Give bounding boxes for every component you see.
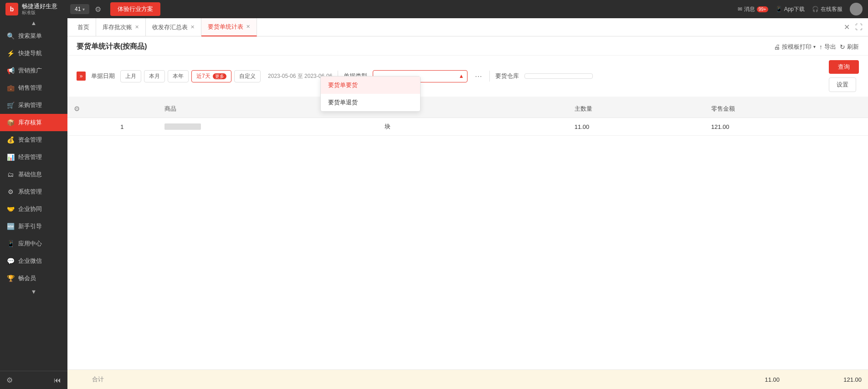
more-badge: 更多 (213, 73, 226, 79)
avatar[interactable] (850, 3, 863, 15)
sidebar-item-label: 资金管理 (18, 136, 42, 144)
headset-icon: 🎧 (812, 6, 819, 12)
top-bar: b 畅捷通好生意 标准版 41 ▾ ⚙ 体验行业方案 ✉ 消息 99+ 📱 Ap… (0, 0, 868, 18)
sidebar-scroll-down[interactable]: ▼ (0, 287, 67, 296)
wechat-icon: 💬 (6, 257, 15, 265)
settings-bottom-icon[interactable]: ⚙ (6, 376, 13, 384)
message-action[interactable]: ✉ 消息 99+ (738, 5, 768, 13)
td-product (158, 118, 379, 136)
filter-bar: » 单据日期 上月 本月 本年 近7天 更多 自定义 (67, 55, 868, 97)
tab-close-icon[interactable]: ✕ (135, 24, 139, 30)
app-version: 标准版 (22, 10, 57, 15)
sidebar-item-finance[interactable]: 💰 资金管理 (0, 131, 67, 148)
sidebar-item-wechat[interactable]: 💬 企业微信 (0, 252, 67, 270)
online-service-label: 在线客服 (821, 5, 842, 13)
tab-inventory-batch[interactable]: 库存批次账 ✕ (96, 18, 146, 36)
marketing-icon: 📢 (6, 67, 15, 75)
sidebar-item-label: 营销推广 (18, 67, 42, 75)
app-wrapper: b 畅捷通好生意 标准版 41 ▾ ⚙ 体验行业方案 ✉ 消息 99+ 📱 Ap… (0, 0, 868, 389)
td-amount: 121.00 (705, 118, 868, 136)
date-label: 单据日期 (91, 72, 115, 80)
top-bar-left: b 畅捷通好生意 标准版 41 ▾ ⚙ 体验行业方案 (5, 2, 738, 16)
inventory-icon: 📦 (6, 118, 15, 127)
data-table: ⚙ 商品 主计量单位 主数量 零售金额 1 (67, 100, 868, 136)
search-icon: 🔍 (6, 32, 15, 40)
app-download-action[interactable]: 📱 App下载 (776, 5, 805, 13)
sidebar-item-label: 应用中心 (18, 240, 42, 248)
tab-expand-button[interactable]: ✕ (842, 22, 852, 32)
date-btn-last-month[interactable]: 上月 (120, 70, 141, 82)
tab-receivable-summary[interactable]: 收发存汇总表 ✕ (146, 18, 201, 36)
table-footer: 合计 11.00 121.00 (67, 369, 868, 389)
sidebar-item-search[interactable]: 🔍 搜索菜单 (0, 27, 67, 45)
trial-button[interactable]: 体验行业方案 (110, 2, 160, 16)
dropdown-item-return[interactable]: 要货单退货 (321, 94, 420, 111)
sidebar-item-marketing[interactable]: 📢 营销推广 (0, 62, 67, 79)
refresh-button[interactable]: ↻ 刷新 (840, 43, 859, 51)
th-amount: 零售金额 (705, 100, 868, 118)
tab-close-icon[interactable]: ✕ (190, 24, 195, 30)
main-area: ▲ 🔍 搜索菜单 ⚡ 快捷导航 📢 营销推广 💼 销售管理 🛒 采购管理 (0, 18, 868, 389)
type-more-btn[interactable]: ⋯ (473, 70, 484, 82)
tab-label: 库存批次账 (103, 23, 132, 31)
th-quantity: 主数量 (568, 100, 705, 118)
message-badge: 99+ (757, 6, 768, 12)
column-settings-icon[interactable]: ⚙ (74, 105, 80, 113)
online-service-action[interactable]: 🎧 在线客服 (812, 5, 842, 13)
tab-expand-area: ✕ ⛶ (842, 22, 864, 32)
sidebar-item-label: 搜索菜单 (18, 32, 42, 40)
sidebar-item-operations[interactable]: 📊 经营管理 (0, 148, 67, 166)
sidebar-item-guide[interactable]: 🆕 新手引导 (0, 218, 67, 235)
finance-icon: 💰 (6, 136, 15, 144)
tab-home[interactable]: 首页 (71, 18, 96, 36)
export-label: 导出 (824, 43, 836, 51)
filter-expand-toggle[interactable]: » (77, 72, 86, 81)
store-selector[interactable]: 41 ▾ (70, 4, 89, 14)
tab-close-icon[interactable]: ✕ (246, 24, 250, 30)
custom-date-btn[interactable]: 自定义 (234, 70, 261, 82)
tab-bar: 首页 库存批次账 ✕ 收发存汇总表 ✕ 要货单统计表 ✕ ✕ ⛶ (67, 18, 868, 36)
filter-bar-wrapper: » 单据日期 上月 本月 本年 近7天 更多 自定义 (67, 55, 868, 97)
sidebar-item-label: 系统管理 (18, 188, 42, 196)
sidebar-item-inventory[interactable]: 📦 库存核算 (0, 114, 67, 131)
sidebar-item-sales[interactable]: 💼 销售管理 (0, 79, 67, 97)
export-icon: ↑ (819, 43, 822, 51)
table-row: 1 块 11.00 121.00 (67, 118, 868, 136)
tab-requisition-stats[interactable]: 要货单统计表 ✕ (201, 18, 257, 36)
print-button[interactable]: 🖨 按模板打印 ▾ (774, 43, 816, 51)
set-button[interactable]: 设置 (829, 77, 856, 92)
enterprise-icon: 🤝 (6, 205, 15, 213)
member-icon: 🏆 (6, 274, 15, 282)
date-btn-last-7-days[interactable]: 近7天 更多 (191, 70, 231, 82)
sidebar-item-label: 基础信息 (18, 170, 42, 179)
warehouse-select[interactable] (524, 73, 593, 79)
th-settings: ⚙ (67, 100, 86, 118)
table-body: 1 块 11.00 121.00 (67, 118, 868, 136)
export-button[interactable]: ↑ 导出 (819, 43, 836, 51)
product-name-blurred (164, 123, 201, 130)
table-area: ⚙ 商品 主计量单位 主数量 零售金额 1 (67, 100, 868, 369)
print-dropdown-icon: ▾ (813, 44, 816, 49)
sidebar-scroll-up[interactable]: ▲ (0, 18, 67, 27)
header-actions: 🖨 按模板打印 ▾ ↑ 导出 ↻ 刷新 (774, 43, 859, 51)
sidebar-item-enterprise[interactable]: 🤝 企业协同 (0, 200, 67, 218)
query-button[interactable]: 查询 (829, 60, 859, 74)
tab-fullscreen-button[interactable]: ⛶ (853, 22, 864, 32)
date-btn-this-month[interactable]: 本月 (144, 70, 165, 82)
sales-icon: 💼 (6, 84, 15, 92)
print-icon: 🖨 (774, 43, 780, 51)
dropdown-item-requisition[interactable]: 要货单要货 (321, 77, 420, 94)
type-select-arrow-up[interactable]: ▲ (459, 73, 464, 79)
sidebar-item-label: 采购管理 (18, 101, 42, 109)
sidebar-item-basics[interactable]: 🗂 基础信息 (0, 166, 67, 183)
sidebar-item-system[interactable]: ⚙ 系统管理 (0, 183, 67, 200)
td-unit: 块 (378, 118, 568, 136)
sidebar-item-purchase[interactable]: 🛒 采购管理 (0, 97, 67, 114)
sidebar-item-quick-nav[interactable]: ⚡ 快捷导航 (0, 45, 67, 62)
settings-icon-btn[interactable]: ⚙ (93, 3, 103, 15)
sidebar-item-app-center[interactable]: 📱 应用中心 (0, 235, 67, 252)
collapse-icon[interactable]: ⏮ (54, 376, 61, 384)
sidebar-item-member[interactable]: 🏆 畅会员 (0, 270, 67, 287)
system-icon: ⚙ (6, 188, 15, 196)
date-btn-this-year[interactable]: 本年 (168, 70, 189, 82)
